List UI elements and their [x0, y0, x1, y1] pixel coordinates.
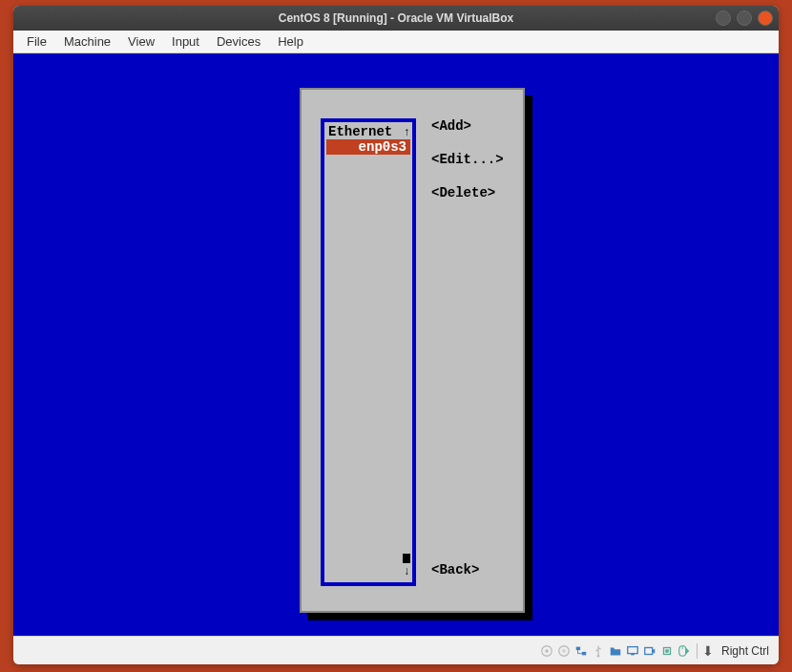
svg-rect-5: [582, 651, 586, 655]
minimize-button[interactable]: [716, 10, 731, 26]
menu-devices[interactable]: Devices: [209, 32, 268, 51]
scroll-up-icon: ↑: [404, 126, 410, 139]
svg-rect-8: [631, 653, 635, 655]
mouse-integration-icon[interactable]: [677, 643, 692, 659]
window-title: CentOS 8 [Running] - Oracle VM VirtualBo…: [279, 11, 513, 25]
maximize-button[interactable]: [737, 10, 752, 26]
dialog-buttons: <Add> <Edit...> <Delete> <Back>: [431, 118, 504, 586]
delete-button[interactable]: <Delete>: [431, 185, 504, 201]
window-controls: [716, 10, 773, 26]
titlebar[interactable]: CentOS 8 [Running] - Oracle VM VirtualBo…: [13, 6, 779, 31]
virtualbox-window: CentOS 8 [Running] - Oracle VM VirtualBo…: [13, 6, 779, 664]
recording-icon[interactable]: [642, 643, 657, 659]
usb-icon[interactable]: [591, 643, 606, 659]
scroll-down-icon: ↓: [404, 565, 410, 578]
menu-help[interactable]: Help: [270, 32, 311, 51]
cpu-icon[interactable]: [659, 643, 675, 659]
svg-rect-7: [628, 646, 638, 653]
vm-display[interactable]: Ethernet enp0s3 ↑ ↓ <Add> <Edit...> <Del…: [13, 53, 779, 636]
connection-list[interactable]: Ethernet enp0s3 ↑ ↓: [321, 118, 416, 586]
display-icon[interactable]: [625, 643, 640, 659]
svg-point-2: [559, 645, 570, 656]
shared-folder-icon[interactable]: [608, 643, 623, 659]
svg-rect-11: [665, 649, 669, 653]
svg-rect-9: [645, 647, 653, 654]
back-button[interactable]: <Back>: [431, 562, 504, 578]
menubar: File Machine View Input Devices Help: [13, 31, 779, 53]
list-header-ethernet: Ethernet: [326, 124, 410, 139]
statusbar: ⬇ Right Ctrl: [13, 636, 779, 664]
add-button[interactable]: <Add>: [431, 118, 504, 135]
optical-icon[interactable]: [556, 643, 572, 659]
svg-point-3: [563, 649, 566, 652]
menu-view[interactable]: View: [120, 32, 162, 51]
svg-point-1: [545, 649, 549, 653]
svg-rect-4: [576, 646, 580, 650]
dialog-content: Ethernet enp0s3 ↑ ↓ <Add> <Edit...> <Del…: [321, 118, 508, 596]
separator: [697, 643, 698, 659]
network-icon[interactable]: [573, 643, 589, 659]
close-button[interactable]: [758, 10, 773, 26]
connection-item-selected[interactable]: enp0s3: [326, 139, 410, 155]
scroll-thumb[interactable]: [403, 554, 410, 563]
keyboard-capture-icon: ⬇: [702, 643, 714, 659]
menu-file[interactable]: File: [19, 32, 54, 51]
menu-input[interactable]: Input: [164, 32, 207, 51]
svg-point-6: [597, 654, 600, 657]
host-key-label[interactable]: Right Ctrl: [721, 644, 769, 658]
menu-machine[interactable]: Machine: [56, 32, 118, 51]
edit-button[interactable]: <Edit...>: [431, 152, 504, 168]
hdd-icon[interactable]: [539, 643, 554, 659]
nmtui-dialog: Ethernet enp0s3 ↑ ↓ <Add> <Edit...> <Del…: [300, 88, 525, 613]
